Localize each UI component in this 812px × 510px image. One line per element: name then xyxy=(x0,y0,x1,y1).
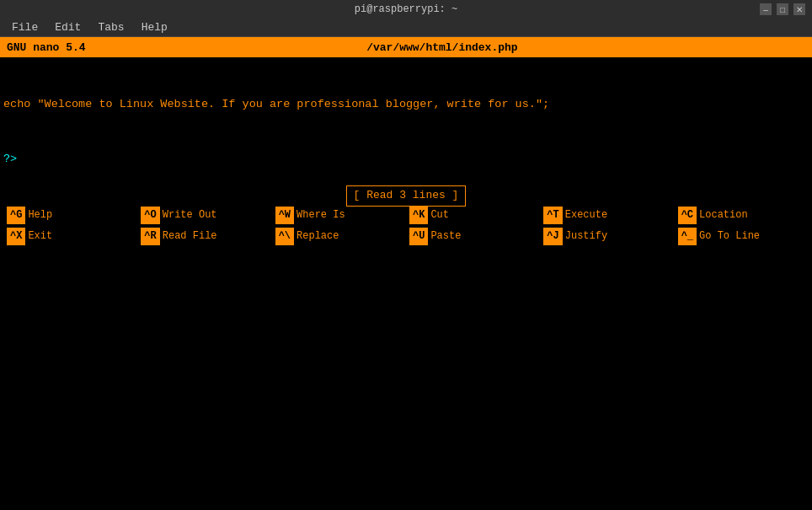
shortcut-cut[interactable]: ^K Cut xyxy=(406,205,540,225)
shortcut-help[interactable]: ^G Help xyxy=(3,205,137,225)
shortcut-label-justify: Justify xyxy=(565,228,607,244)
shortcut-justify[interactable]: ^J Justify xyxy=(540,226,674,246)
nano-header-right xyxy=(799,41,805,54)
shortcut-key-justify: ^J xyxy=(543,228,562,245)
minimize-button[interactable]: – xyxy=(760,3,772,15)
shortcut-execute[interactable]: ^T Execute xyxy=(540,205,674,225)
shortcut-key-paste: ^U xyxy=(409,228,428,245)
nano-version: GNU nano 5.4 xyxy=(7,41,86,54)
shortcut-paste[interactable]: ^U Paste xyxy=(406,226,540,246)
window-controls[interactable]: – □ ✕ xyxy=(760,3,805,15)
shortcut-key-location: ^C xyxy=(678,207,697,224)
shortcut-readfile[interactable]: ^R Read File xyxy=(137,226,271,246)
shortcut-label-gotoline: Go To Line xyxy=(699,228,760,244)
code-line-1: echo "Welcome to Linux Website. If you a… xyxy=(3,59,809,186)
nano-filename: /var/www/html/index.php xyxy=(366,41,517,54)
menu-bar: File Edit Tabs Help xyxy=(0,19,812,37)
shortcut-label-exit: Exit xyxy=(28,228,52,244)
shortcut-key-whereis: ^W xyxy=(275,207,294,224)
shortcut-exit[interactable]: ^X Exit xyxy=(3,226,137,246)
shortcut-label-readfile: Read File xyxy=(163,228,217,244)
shortcut-replace[interactable]: ^\ Replace xyxy=(272,226,406,246)
editor-area[interactable]: echo "Welcome to Linux Website. If you a… xyxy=(0,57,812,510)
status-message: [ Read 3 lines ] xyxy=(346,185,467,207)
shortcut-label-writeout: Write Out xyxy=(163,207,217,223)
shortcut-key-readfile: ^R xyxy=(141,228,159,245)
shortcut-writeout[interactable]: ^O Write Out xyxy=(137,205,271,225)
menu-tabs[interactable]: Tabs xyxy=(89,19,132,35)
nano-header: GNU nano 5.4 /var/www/html/index.php xyxy=(0,37,812,57)
menu-file[interactable]: File xyxy=(3,19,46,35)
shortcut-label-execute: Execute xyxy=(565,207,607,223)
shortcut-label-paste: Paste xyxy=(430,228,461,244)
shortcut-gotoline[interactable]: ^_ Go To Line xyxy=(675,226,809,246)
shortcut-key-execute: ^T xyxy=(543,207,562,224)
code-line-3: ?> xyxy=(3,150,809,169)
shortcut-key-exit: ^X xyxy=(7,228,25,245)
code-line-2: echo "Welcome to Linux Website. If you a… xyxy=(3,95,809,114)
menu-edit[interactable]: Edit xyxy=(46,19,89,35)
shortcut-label-cut: Cut xyxy=(430,207,449,223)
shortcut-label-replace: Replace xyxy=(296,228,339,244)
shortcut-whereis[interactable]: ^W Where Is xyxy=(272,205,406,225)
shortcut-key-help: ^G xyxy=(7,207,25,224)
shortcuts-bar: ^G Help ^O Write Out ^W Where Is ^K Cut … xyxy=(3,205,809,247)
title-text: pi@raspberrypi: ~ xyxy=(355,3,457,15)
shortcut-label-help: Help xyxy=(28,207,52,223)
shortcut-key-replace: ^\ xyxy=(275,228,294,245)
maximize-button[interactable]: □ xyxy=(777,3,788,15)
shortcut-key-gotoline: ^_ xyxy=(678,228,697,245)
close-button[interactable]: ✕ xyxy=(793,3,805,15)
shortcut-key-writeout: ^O xyxy=(141,207,159,224)
shortcut-label-whereis: Where Is xyxy=(296,207,345,223)
title-bar: pi@raspberrypi: ~ – □ ✕ xyxy=(0,0,812,19)
shortcut-key-cut: ^K xyxy=(409,207,428,224)
menu-help[interactable]: Help xyxy=(133,19,176,35)
status-bar: [ Read 3 lines ] xyxy=(3,186,809,205)
shortcut-label-location: Location xyxy=(699,207,748,223)
shortcut-location[interactable]: ^C Location xyxy=(675,205,809,225)
